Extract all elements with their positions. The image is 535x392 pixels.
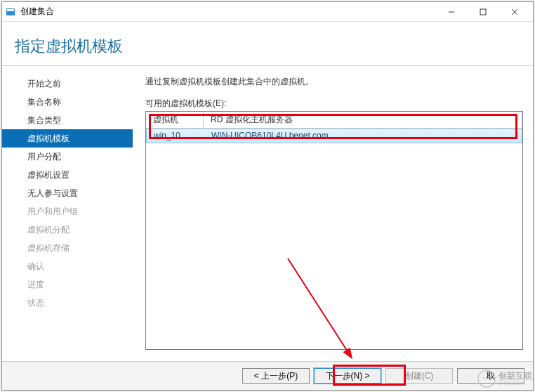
step-users-groups: 用户和用户组 [2, 202, 133, 221]
watermark: 〰 创新互联 CXHLCOM [477, 370, 532, 388]
svg-rect-1 [7, 9, 14, 11]
list-label: 可用的虚拟机模板(E): [145, 98, 523, 110]
main-panel: 通过复制虚拟机模板创建此集合中的虚拟机。 可用的虚拟机模板(E): 虚拟机 RD… [133, 66, 533, 361]
watermark-cn: 创新互联 [498, 372, 532, 381]
titlebar: 创建集合 [2, 2, 533, 22]
watermark-icon: 〰 [477, 370, 496, 388]
instruction-text: 通过复制虚拟机模板创建此集合中的虚拟机。 [145, 76, 523, 88]
step-collection-name[interactable]: 集合名称 [2, 93, 133, 111]
step-unattended[interactable]: 无人参与设置 [2, 184, 133, 202]
wizard-steps-sidebar: 开始之前 集合名称 集合类型 虚拟机模板 用户分配 虚拟机设置 无人参与设置 用… [2, 66, 133, 361]
watermark-en: CXHLCOM [498, 381, 532, 386]
minimize-button[interactable] [435, 3, 467, 21]
step-vm-alloc: 虚拟机分配 [2, 221, 133, 239]
step-status: 状态 [2, 294, 133, 312]
content-area: 开始之前 集合名称 集合类型 虚拟机模板 用户分配 虚拟机设置 无人参与设置 用… [2, 66, 533, 361]
col-host[interactable]: RD 虚拟化主机服务器 [204, 112, 522, 128]
window-title: 创建集合 [20, 6, 435, 18]
cell-vm: win_10 [147, 129, 204, 143]
list-header: 虚拟机 RD 虚拟化主机服务器 [146, 112, 522, 129]
cell-host: WIN-UICOB610L4U.benet.com [204, 129, 522, 143]
maximize-button[interactable] [467, 3, 498, 21]
step-collection-type[interactable]: 集合类型 [2, 111, 133, 129]
prev-button[interactable]: < 上一步(P) [242, 368, 310, 384]
step-vm-storage: 虚拟机存储 [2, 239, 133, 257]
svg-rect-3 [480, 9, 486, 15]
step-progress: 进度 [2, 275, 133, 294]
list-row[interactable]: win_10 WIN-UICOB610L4U.benet.com [146, 129, 522, 143]
col-vm[interactable]: 虚拟机 [146, 112, 204, 128]
step-before-begin[interactable]: 开始之前 [2, 74, 133, 93]
create-button: 创建(C) [385, 368, 453, 384]
dialog-window: 创建集合 指定虚拟机模板 开始之前 集合名称 集合类型 虚拟机模板 用户分配 虚… [1, 1, 534, 391]
step-vm-template[interactable]: 虚拟机模板 [2, 129, 133, 148]
next-button[interactable]: 下一步(N) > [314, 368, 381, 384]
close-button[interactable] [498, 3, 530, 21]
wizard-footer: < 上一步(P) 下一步(N) > 创建(C) 取 [2, 361, 533, 390]
step-user-assign[interactable]: 用户分配 [2, 148, 133, 166]
step-vm-settings[interactable]: 虚拟机设置 [2, 166, 133, 184]
page-heading: 指定虚拟机模板 [2, 22, 533, 66]
app-icon [5, 6, 16, 18]
step-confirm: 确认 [2, 257, 133, 275]
template-listview[interactable]: 虚拟机 RD 虚拟化主机服务器 win_10 WIN-UICOB610L4U.b… [145, 111, 523, 350]
